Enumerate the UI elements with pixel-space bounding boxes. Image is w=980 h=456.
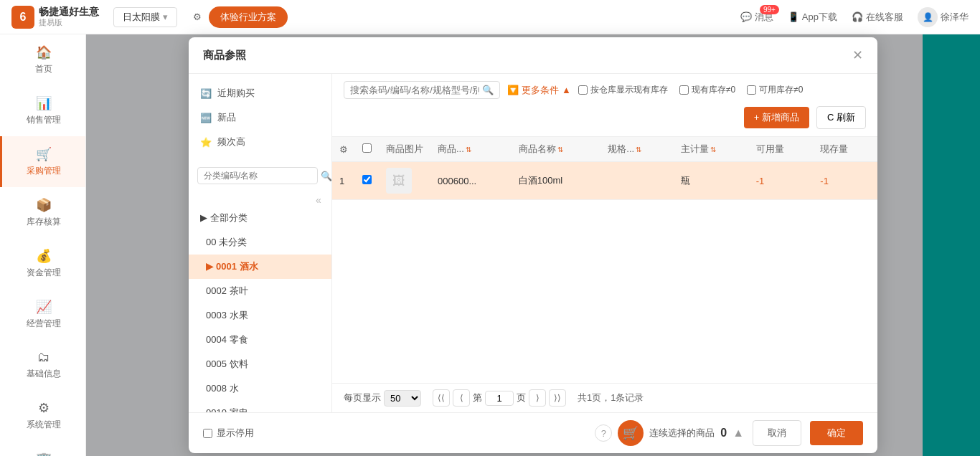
last-page-btn[interactable]: ⟩⟩ [549,389,566,407]
modal-dialog: 商品参照 ✕ 🔄 近期购买 🆕 新品 [189,37,877,453]
recent-buy-item[interactable]: 🔄 近期购买 [189,81,331,105]
table-row[interactable]: 1 🖼 000600... 白酒100ml 瓶 [332,162,877,200]
refresh-btn[interactable]: C 刷新 [816,106,866,129]
category-all[interactable]: ▶全部分类 [189,206,331,230]
headset-icon: 🎧 [852,11,863,22]
row-checkbox[interactable] [362,175,372,184]
page-input[interactable] [485,391,514,406]
logo-area: 6 畅捷通好生意 捷易版 [11,6,99,29]
cell-available: -1 [749,162,814,200]
stock-not-zero-check[interactable] [679,85,689,95]
category-00[interactable]: 00 未分类 [189,230,331,255]
online-service-btn[interactable]: 🎧 在线客服 [852,11,903,24]
sidebar-item-home[interactable]: 🏠 首页 [0,34,85,85]
col-checkbox [355,137,379,162]
phone-icon: 📱 [788,11,799,22]
cart-btn[interactable]: 🛒 [618,420,644,446]
user-menu[interactable]: 👤 徐泽华 [918,7,969,27]
cancel-btn[interactable]: 取消 [753,420,801,446]
show-disabled-label: 显示停用 [217,427,254,440]
cell-seq: 1 [332,162,355,200]
sidebar-item-enterprise[interactable]: 🏢 企业协同 [0,441,85,456]
avatar: 👤 [918,7,938,27]
stock-not-zero-checkbox[interactable]: 现有库存≠0 [679,84,735,96]
experience-btn[interactable]: 体验行业方案 [209,6,288,28]
by-warehouse-checkbox[interactable]: 按仓库显示现有库存 [578,84,668,96]
category-0008[interactable]: 0008 水 [189,376,331,401]
category-0001[interactable]: ▶0001 酒水 [189,255,331,279]
search-icon: 🔍 [321,171,332,181]
select-all-checkbox[interactable] [362,143,372,153]
page-suffix: 页 [517,391,526,404]
category-search-input[interactable] [197,167,318,184]
help-btn[interactable]: ? [595,424,612,442]
stock-not-zero-label: 现有库存≠0 [692,84,735,96]
first-page-btn[interactable]: ⟨⟨ [433,389,450,407]
sidebar-item-operations[interactable]: 📈 经营管理 [0,289,85,340]
recent-buy-label: 近期购买 [217,87,255,100]
close-btn[interactable]: ✕ [852,47,863,63]
col-name[interactable]: 商品名称⇅ [512,137,601,162]
page-info: 共1页，1条记录 [578,391,644,404]
col-settings[interactable]: ⚙ [332,137,355,162]
confirm-btn[interactable]: 确定 [810,421,863,445]
prev-page-btn[interactable]: ⟨ [453,389,470,407]
category-0004[interactable]: 0004 零食 [189,328,331,352]
page-size-wrap: 每页显示 50 10 20 100 [344,390,421,407]
show-disabled-checkbox[interactable] [203,429,212,438]
bell-icon: 💬 [740,11,752,22]
sidebar-item-sales[interactable]: 📊 销售管理 [0,85,85,136]
next-page-btn[interactable]: ⟩ [529,389,546,407]
sidebar-item-system[interactable]: ⚙ 系统管理 [0,390,85,441]
category-search-row: 🔍 [189,163,331,189]
purchase-icon: 🛒 [36,146,52,162]
category-0003[interactable]: 0003 水果 [189,303,331,328]
category-0010[interactable]: 0010 家电 [189,401,331,412]
cell-checkbox[interactable] [355,162,379,200]
sidebar-item-base[interactable]: 🗂 基础信息 [0,340,85,390]
filter-more-btn[interactable]: 🔽 更多条件 ▲ [507,84,571,97]
notification-badge: 99+ [760,5,779,14]
inventory-icon: 📦 [36,197,52,213]
cart-area: ? 🛒 连续选择的商品 0 ▲ [595,420,744,446]
category-0005[interactable]: 0005 饮料 [189,352,331,376]
show-disabled-wrap[interactable]: 显示停用 [203,427,254,440]
col-unit[interactable]: 主计量⇅ [674,137,749,162]
new-icon: 🆕 [200,113,212,123]
per-page-select[interactable]: 50 10 20 100 [384,390,421,407]
new-products-item[interactable]: 🆕 新品 [189,105,331,130]
nav-selector[interactable]: 日太阳膜 ▾ [113,7,177,27]
category-0002[interactable]: 0002 茶叶 [189,279,331,303]
settings-btn[interactable]: ⚙ [186,6,209,29]
by-warehouse-check[interactable] [578,85,588,95]
frequent-item[interactable]: ⭐ 频次高 [189,130,331,154]
product-search-input[interactable] [350,85,479,95]
cell-name: 白酒100ml [512,162,601,200]
collapse-cart-btn[interactable]: ▲ [732,427,744,440]
sidebar-label-system: 系统管理 [27,419,61,431]
table-wrap: ⚙ 商品图片 商品...⇅ 商品名称⇅ 规格...⇅ 主计量⇅ [332,137,877,383]
add-product-btn[interactable]: + 新增商品 [744,107,809,128]
by-warehouse-label: 按仓库显示现有库存 [590,84,668,96]
modal-body: 🔄 近期购买 🆕 新品 ⭐ 频次高 [189,74,877,412]
col-available: 可用量 [749,137,814,162]
left-panel: 🔄 近期购买 🆕 新品 ⭐ 频次高 [189,74,332,412]
sidebar-item-finance[interactable]: 💰 资金管理 [0,238,85,289]
cart-label: 连续选择的商品 [649,427,715,440]
product-thumbnail: 🖼 [386,168,412,194]
cell-spec [600,162,674,200]
app-download-btn[interactable]: 📱 App下载 [788,11,837,24]
page-label: 第 [473,391,482,404]
col-spec[interactable]: 规格...⇅ [600,137,674,162]
sidebar-item-inventory[interactable]: 📦 库存核算 [0,187,85,238]
available-not-zero-check[interactable] [747,85,756,95]
available-not-zero-checkbox[interactable]: 可用库存≠0 [747,84,803,96]
sidebar-label-base: 基础信息 [27,368,61,380]
frequent-label: 频次高 [217,136,245,148]
notification-btn[interactable]: 💬 消息 99+ [740,11,773,24]
sidebar-item-purchase[interactable]: 🛒 采购管理 [0,136,85,187]
sidebar-label-finance: 资金管理 [27,267,61,279]
system-icon: ⚙ [38,400,50,416]
collapse-panel-btn[interactable]: « [311,194,326,206]
col-code[interactable]: 商品...⇅ [430,137,512,162]
